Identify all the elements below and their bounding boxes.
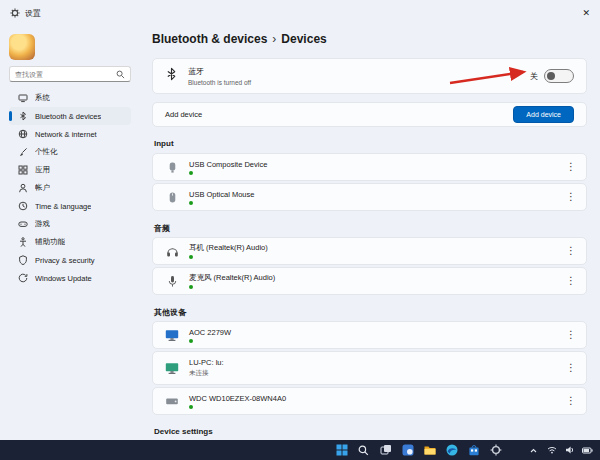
toggle-knob bbox=[547, 72, 555, 80]
device-text: USB Composite Device bbox=[189, 160, 267, 175]
device-row-drive[interactable]: WDC WD10EZEX-08WN4A0 ⋮ bbox=[152, 387, 587, 415]
bluetooth-icon bbox=[165, 67, 178, 85]
bluetooth-text: 蓝牙 Bluetooth is turned off bbox=[188, 66, 251, 86]
section-title-input: Input bbox=[154, 139, 587, 149]
sidebar-item-time-language[interactable]: Time & language bbox=[9, 197, 131, 215]
sidebar-item-label: 应用 bbox=[35, 165, 50, 175]
more-options-icon[interactable]: ⋮ bbox=[566, 276, 576, 286]
sidebar-item-label: Privacy & security bbox=[35, 256, 95, 265]
accounts-icon bbox=[17, 183, 28, 193]
device-name: USB Composite Device bbox=[189, 160, 267, 169]
taskbar-settings-icon[interactable] bbox=[489, 444, 502, 457]
usb-device-icon bbox=[163, 161, 181, 174]
more-options-icon[interactable]: ⋮ bbox=[566, 396, 576, 406]
device-name: LU-PC: lu: bbox=[189, 358, 224, 367]
sidebar-item-windows-update[interactable]: Windows Update bbox=[9, 269, 131, 287]
main-content: Bluetooth & devices › Devices 蓝牙 Bluetoo… bbox=[138, 26, 600, 440]
device-row-usb-composite[interactable]: USB Composite Device ⋮ bbox=[152, 153, 587, 181]
device-text: USB Optical Mouse bbox=[189, 190, 254, 205]
sidebar-item-bluetooth-devices[interactable]: Bluetooth & devices bbox=[9, 107, 131, 125]
sidebar-nav: 系统 Bluetooth & devices Network & interne… bbox=[9, 89, 131, 287]
close-icon[interactable]: ✕ bbox=[582, 8, 590, 18]
device-row-pc[interactable]: LU-PC: lu: 未连接 ⋮ bbox=[152, 351, 587, 385]
gaming-icon bbox=[17, 219, 28, 229]
taskbar-search-icon[interactable] bbox=[357, 444, 370, 457]
sidebar-item-accessibility[interactable]: 辅助功能 bbox=[9, 233, 131, 251]
sidebar: 系统 Bluetooth & devices Network & interne… bbox=[0, 26, 138, 440]
mouse-icon bbox=[163, 191, 181, 204]
edge-icon[interactable] bbox=[445, 444, 458, 457]
file-explorer-icon[interactable] bbox=[423, 444, 436, 457]
status-dot bbox=[189, 285, 193, 289]
search-box[interactable] bbox=[9, 66, 131, 82]
device-name: 麦克风 (Realtek(R) Audio) bbox=[189, 273, 275, 283]
more-options-icon[interactable]: ⋮ bbox=[566, 363, 576, 373]
add-device-row: Add device Add device bbox=[152, 102, 587, 127]
sidebar-item-label: 辅助功能 bbox=[35, 237, 65, 247]
more-options-icon[interactable]: ⋮ bbox=[566, 162, 576, 172]
bluetooth-subtitle: Bluetooth is turned off bbox=[188, 79, 251, 86]
bluetooth-toggle[interactable] bbox=[544, 69, 574, 83]
device-status: 未连接 bbox=[189, 369, 224, 378]
device-row-monitor[interactable]: AOC 2279W ⋮ bbox=[152, 321, 587, 349]
device-row-usb-mouse[interactable]: USB Optical Mouse ⋮ bbox=[152, 183, 587, 211]
settings-app-icon bbox=[10, 4, 20, 22]
sidebar-item-network-internet[interactable]: Network & internet bbox=[9, 125, 131, 143]
bluetooth-icon bbox=[17, 111, 28, 121]
battery-icon[interactable] bbox=[582, 445, 593, 456]
device-name: 耳机 (Realtek(R) Audio) bbox=[189, 243, 268, 253]
sidebar-item-label: Network & internet bbox=[35, 130, 97, 139]
sidebar-item-system[interactable]: 系统 bbox=[9, 89, 131, 107]
red-arrow-annotation bbox=[446, 62, 536, 88]
search-input[interactable] bbox=[15, 71, 116, 78]
microphone-icon bbox=[163, 275, 181, 288]
windows-update-icon bbox=[17, 273, 28, 283]
sidebar-item-gaming[interactable]: 游戏 bbox=[9, 215, 131, 233]
chevron-up-icon[interactable] bbox=[528, 445, 539, 456]
bluetooth-toggle-group: 关 bbox=[530, 69, 574, 83]
bluetooth-card: 蓝牙 Bluetooth is turned off 关 bbox=[152, 58, 587, 94]
titlebar: 设置 ✕ bbox=[0, 0, 600, 26]
sidebar-item-label: 帐户 bbox=[35, 183, 50, 193]
device-name: AOC 2279W bbox=[189, 328, 231, 337]
task-view-icon[interactable] bbox=[379, 444, 392, 457]
sidebar-item-label: 游戏 bbox=[35, 219, 50, 229]
device-row-microphone[interactable]: 麦克风 (Realtek(R) Audio) ⋮ bbox=[152, 267, 587, 295]
device-row-headphones[interactable]: 耳机 (Realtek(R) Audio) ⋮ bbox=[152, 237, 587, 265]
sidebar-item-label: Windows Update bbox=[35, 274, 92, 283]
sidebar-item-label: Bluetooth & devices bbox=[35, 112, 101, 121]
more-options-icon[interactable]: ⋮ bbox=[566, 330, 576, 340]
store-icon[interactable] bbox=[467, 444, 480, 457]
more-options-icon[interactable]: ⋮ bbox=[566, 246, 576, 256]
volume-icon[interactable] bbox=[564, 445, 575, 456]
start-button[interactable] bbox=[335, 444, 348, 457]
sidebar-item-label: 个性化 bbox=[35, 147, 58, 157]
sidebar-item-personalization[interactable]: 个性化 bbox=[9, 143, 131, 161]
bluetooth-toggle-label: 关 bbox=[530, 71, 538, 82]
more-options-icon[interactable]: ⋮ bbox=[566, 192, 576, 202]
section-title-other-devices: 其他设备 bbox=[154, 307, 587, 317]
network-icon bbox=[17, 129, 28, 139]
window-title: 设置 bbox=[25, 8, 41, 19]
user-avatar[interactable] bbox=[9, 34, 35, 60]
drive-icon bbox=[163, 395, 181, 408]
add-device-button[interactable]: Add device bbox=[513, 106, 574, 123]
breadcrumb-current: Devices bbox=[281, 32, 326, 46]
device-text: 麦克风 (Realtek(R) Audio) bbox=[189, 273, 275, 289]
device-text: 耳机 (Realtek(R) Audio) bbox=[189, 243, 268, 259]
status-dot bbox=[189, 339, 193, 343]
status-dot bbox=[189, 255, 193, 259]
add-device-label: Add device bbox=[165, 110, 202, 119]
sidebar-item-privacy-security[interactable]: Privacy & security bbox=[9, 251, 131, 269]
system-tray bbox=[528, 440, 593, 460]
sidebar-item-apps[interactable]: 应用 bbox=[9, 161, 131, 179]
device-text: AOC 2279W bbox=[189, 328, 231, 343]
monitor-icon bbox=[163, 329, 181, 342]
sidebar-item-accounts[interactable]: 帐户 bbox=[9, 179, 131, 197]
system-icon bbox=[17, 93, 28, 103]
widgets-icon[interactable] bbox=[401, 444, 414, 457]
network-icon[interactable] bbox=[546, 445, 557, 456]
breadcrumb-parent[interactable]: Bluetooth & devices bbox=[152, 32, 267, 46]
status-dot bbox=[189, 171, 193, 175]
pc-icon bbox=[163, 362, 181, 375]
